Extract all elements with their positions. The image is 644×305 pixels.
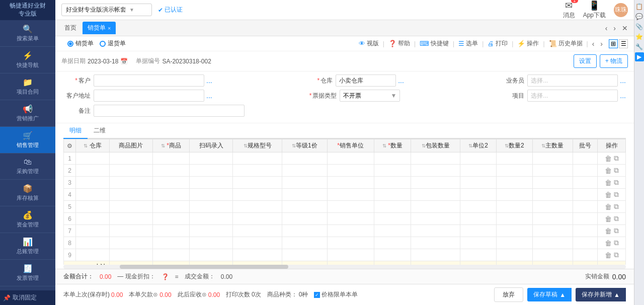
row-price1[interactable]: [282, 152, 327, 165]
row-scan[interactable]: [190, 177, 233, 189]
row-pack-qty[interactable]: [411, 177, 460, 189]
right-panel-btn-4[interactable]: ⭐: [635, 32, 644, 41]
list-view-button[interactable]: ☰: [619, 39, 628, 48]
project-input[interactable]: 选择...: [527, 90, 618, 102]
row-qty2[interactable]: [497, 213, 533, 225]
row-delete-icon[interactable]: 🗑: [605, 155, 612, 163]
col-settings[interactable]: ⚙: [64, 139, 76, 152]
row-copy-icon[interactable]: ⧉: [614, 239, 619, 247]
gear-icon[interactable]: ⚙: [67, 142, 72, 149]
row-delete-icon[interactable]: 🗑: [605, 179, 612, 187]
row-warehouse[interactable]: [76, 225, 110, 237]
radio-sales-order[interactable]: 销货单: [67, 39, 94, 48]
warehouse-input[interactable]: 小卖仓库: [336, 74, 396, 87]
row-spec[interactable]: [233, 152, 282, 165]
app-download-button[interactable]: 📱 App下载: [583, 0, 606, 20]
row-spec[interactable]: [233, 249, 282, 261]
right-panel-btn-5[interactable]: 🔧: [635, 42, 644, 51]
calendar-icon[interactable]: 📅: [120, 58, 128, 65]
row-batch[interactable]: [573, 177, 598, 189]
sidebar-item-capital[interactable]: 💰 资金管理: [0, 206, 55, 233]
row-qty2[interactable]: [497, 177, 533, 189]
sidebar-item-purchase[interactable]: 🛍 采购管理: [0, 154, 55, 180]
row-product[interactable]: [152, 225, 190, 237]
row-qty[interactable]: [374, 225, 411, 237]
row-delete-icon[interactable]: 🗑: [605, 191, 612, 199]
right-panel-btn-1[interactable]: 📋: [635, 2, 644, 11]
prev-record-button[interactable]: ‹: [590, 39, 597, 49]
address-input[interactable]: [94, 90, 204, 102]
row-price1[interactable]: [282, 177, 327, 189]
sidebar-item-tax[interactable]: 📋 税务管理: [0, 286, 55, 290]
price-checkbox-item[interactable]: ✓ 价格限单本单: [314, 290, 358, 299]
shortcut-button[interactable]: ⌨ 快捷键: [418, 38, 451, 49]
row-copy-icon[interactable]: ⧉: [614, 226, 619, 235]
row-pack-qty[interactable]: [411, 225, 460, 237]
row-spec[interactable]: [233, 165, 282, 177]
row-qty2[interactable]: [497, 189, 533, 201]
invoice-select[interactable]: 不开票 ▼: [340, 90, 400, 102]
row-batch[interactable]: [573, 237, 598, 249]
sidebar-item-inventory[interactable]: 📦 库存核算: [0, 180, 55, 206]
row-qty[interactable]: [374, 237, 411, 249]
row-qty2[interactable]: [497, 165, 533, 177]
tab-mingxi[interactable]: 明细: [63, 123, 88, 139]
row-sales-unit[interactable]: [327, 189, 374, 201]
abandon-button[interactable]: 放弃: [494, 287, 523, 302]
row-product[interactable]: [152, 189, 190, 201]
row-unit2[interactable]: [460, 201, 497, 213]
row-spec[interactable]: [233, 225, 282, 237]
row-scan[interactable]: [190, 201, 233, 213]
row-main-qty[interactable]: [532, 152, 573, 165]
row-unit2[interactable]: [460, 249, 497, 261]
row-product[interactable]: [152, 177, 190, 189]
row-qty2[interactable]: [497, 152, 533, 165]
address-dots-button[interactable]: ...: [206, 92, 212, 100]
row-warehouse[interactable]: [76, 249, 110, 261]
row-scan[interactable]: [190, 213, 233, 225]
nav-next-button[interactable]: ›: [611, 23, 618, 33]
horizontal-scrollbar[interactable]: [63, 265, 626, 269]
row-price1[interactable]: [282, 165, 327, 177]
row-pack-qty[interactable]: [411, 165, 460, 177]
row-sales-unit[interactable]: [327, 213, 374, 225]
tab-sales-order[interactable]: 销货单 ×: [83, 22, 116, 34]
scrollbar-thumb[interactable]: [120, 265, 288, 269]
sidebar-item-invoice[interactable]: 🧾 发票管理: [0, 260, 55, 286]
row-pack-qty[interactable]: [411, 189, 460, 201]
row-batch[interactable]: [573, 189, 598, 201]
help-button[interactable]: ❓ 帮助: [386, 38, 412, 49]
row-batch[interactable]: [573, 152, 598, 165]
row-qty2[interactable]: [497, 237, 533, 249]
row-main-qty[interactable]: [532, 165, 573, 177]
row-qty2[interactable]: [497, 225, 533, 237]
row-qty[interactable]: [374, 152, 411, 165]
sidebar-item-accounts[interactable]: 📊 总账管理: [0, 233, 55, 260]
customer-input[interactable]: [94, 74, 204, 87]
row-main-qty[interactable]: [532, 177, 573, 189]
row-copy-icon[interactable]: ⧉: [614, 190, 619, 199]
row-spec[interactable]: [233, 237, 282, 249]
row-pack-qty[interactable]: [411, 213, 460, 225]
sidebar-pin[interactable]: 📌 取消固定: [0, 290, 55, 305]
select-button[interactable]: ☰ 选单: [456, 38, 480, 49]
operate-button[interactable]: ⚡ 操作: [515, 38, 541, 49]
customer-dots-button[interactable]: ...: [206, 77, 212, 85]
next-record-button[interactable]: ›: [598, 39, 605, 49]
price-checkbox[interactable]: ✓: [314, 292, 320, 298]
warehouse-dots-button[interactable]: ...: [398, 77, 404, 85]
row-unit2[interactable]: [460, 213, 497, 225]
row-main-qty[interactable]: [532, 201, 573, 213]
row-main-qty[interactable]: [532, 189, 573, 201]
row-qty[interactable]: [374, 249, 411, 261]
row-product[interactable]: [152, 249, 190, 261]
row-main-qty[interactable]: [532, 237, 573, 249]
row-copy-icon[interactable]: ⧉: [614, 154, 619, 163]
save-draft-button[interactable]: 保存草稿 ▲: [527, 288, 572, 301]
row-delete-icon[interactable]: 🗑: [605, 167, 612, 175]
row-pack-qty[interactable]: [411, 201, 460, 213]
row-scan[interactable]: [190, 152, 233, 165]
message-button[interactable]: ✉ 1 消息: [563, 0, 575, 20]
row-warehouse[interactable]: [76, 152, 110, 165]
row-warehouse[interactable]: [76, 165, 110, 177]
